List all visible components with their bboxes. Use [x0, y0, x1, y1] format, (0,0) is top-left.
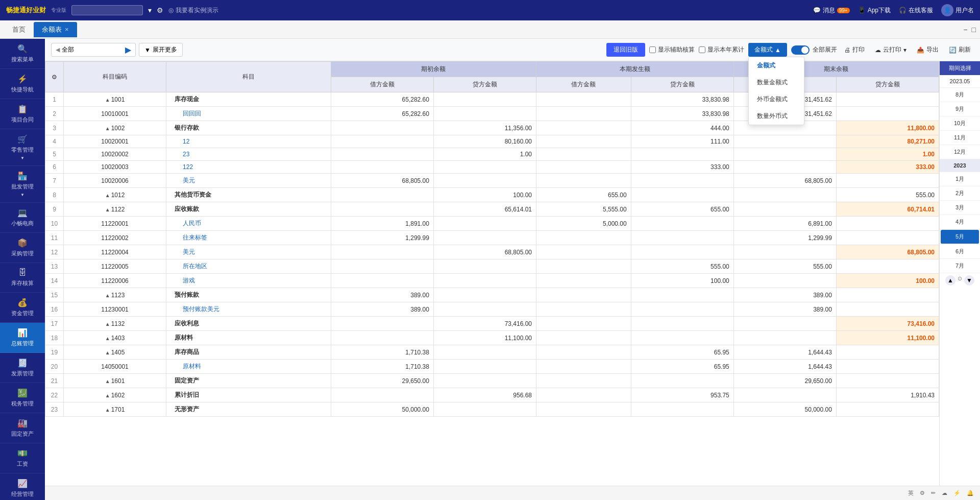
cell-account-name[interactable]: 23: [166, 148, 331, 161]
sidebar-item-accounting[interactable]: 📊 总账管理: [0, 323, 45, 353]
period-item[interactable]: 6月: [940, 245, 980, 259]
message-btn[interactable]: 💬 消息 99+: [813, 6, 850, 15]
period-item[interactable]: 9月: [940, 102, 980, 116]
cell-open-credit: 65,614.01: [433, 202, 536, 217]
period-item[interactable]: 11月: [940, 131, 980, 145]
refresh-btn[interactable]: 🔄 刷新: [946, 43, 974, 56]
period-item[interactable]: 2月: [940, 186, 980, 201]
account-name-link[interactable]: 游戏: [170, 277, 195, 284]
account-name-link[interactable]: 所在地区: [170, 263, 207, 270]
sidebar-item-search[interactable]: 🔍 搜索菜单: [0, 39, 45, 69]
tab-minimize-btn[interactable]: −: [963, 26, 967, 34]
back-old-version-btn[interactable]: 退回旧版: [606, 43, 645, 57]
cell-account-name[interactable]: 人民币: [166, 217, 331, 231]
status-lang-icon[interactable]: 英: [908, 489, 914, 497]
cell-account-name[interactable]: 12: [166, 135, 331, 148]
tab-close-icon[interactable]: ×: [65, 26, 69, 33]
period-nav: ▲ ⊙ ▼: [940, 273, 980, 288]
dropdown-item-qty-amount[interactable]: 数量金额式: [749, 74, 804, 91]
th-settings[interactable]: ⚙: [45, 62, 64, 92]
tab-bar: 首页 余额表 × − □: [0, 20, 980, 39]
sidebar-item-ecommerce[interactable]: 💻 小畅电商: [0, 203, 45, 233]
period-item[interactable]: 1月: [940, 172, 980, 186]
online-service-btn[interactable]: 🎧 在线客服: [899, 6, 933, 15]
period-item[interactable]: 10月: [940, 116, 980, 131]
tab-maximize-btn[interactable]: □: [972, 26, 976, 34]
cell-account-name[interactable]: 游戏: [166, 274, 331, 288]
search-box[interactable]: ◀ ▶: [51, 43, 136, 57]
settings-icon[interactable]: ⚙: [157, 6, 163, 14]
sidebar-item-operations[interactable]: 📈 经营管理: [0, 473, 45, 500]
dropdown-item-amount[interactable]: 金额式: [749, 57, 804, 74]
tab-home[interactable]: 首页: [4, 22, 34, 37]
period-item[interactable]: 12月: [940, 145, 980, 159]
demo-link[interactable]: ◎ 我要看实例演示: [168, 6, 218, 15]
sidebar-item-capital[interactable]: 💰 资金管理: [0, 293, 45, 323]
account-name-link[interactable]: 预付账款美元: [170, 305, 219, 313]
sidebar-item-fixed-assets[interactable]: 🏭 固定资产: [0, 413, 45, 443]
print-btn[interactable]: 🖨 打印: [841, 43, 868, 56]
period-item[interactable]: 5月: [941, 230, 979, 244]
cell-account-name[interactable]: 原材料: [166, 360, 331, 374]
app-download-btn[interactable]: 📱 App下载: [858, 6, 891, 15]
account-name-link[interactable]: 往来标签: [170, 234, 207, 241]
cell-close-credit: [836, 107, 939, 121]
period-item[interactable]: 8月: [940, 88, 980, 102]
dropdown-item-qty-foreign[interactable]: 数量外币式: [749, 108, 804, 125]
sidebar-item-purchase[interactable]: 📦 采购管理: [0, 233, 45, 263]
cell-account-name[interactable]: 往来标签: [166, 231, 331, 245]
dropdown-arrow-icon[interactable]: ▾: [148, 6, 152, 14]
status-edit-icon[interactable]: ✏: [931, 490, 936, 496]
period-item[interactable]: 2023.05: [940, 75, 980, 88]
tab-balance[interactable]: 余额表 ×: [34, 22, 77, 37]
cell-account-name[interactable]: 122: [166, 161, 331, 174]
expand-all-toggle[interactable]: 全部展开: [791, 45, 837, 55]
cloud-print-btn[interactable]: ☁ 云打印 ▾: [872, 43, 910, 56]
account-name-link[interactable]: 回回回: [170, 110, 201, 117]
cell-account-name[interactable]: 美元: [166, 174, 331, 188]
dropdown-item-foreign-amount[interactable]: 外币金额式: [749, 91, 804, 108]
sidebar-item-quicknav[interactable]: ⚡ 快捷导航: [0, 69, 45, 99]
amount-mode-btn[interactable]: 金额式 ▲: [748, 43, 787, 57]
period-item[interactable]: 4月: [940, 215, 980, 229]
account-name-link[interactable]: 美元: [170, 177, 195, 184]
show-annual-checkbox[interactable]: 显示本年累计: [699, 45, 744, 54]
cell-account-name[interactable]: 所在地区: [166, 259, 331, 274]
search-input[interactable]: [62, 46, 123, 54]
sidebar-item-inventory[interactable]: 🗄 库存核算: [0, 263, 45, 293]
title-input[interactable]: [71, 5, 143, 15]
account-name-link[interactable]: 23: [170, 151, 189, 158]
sidebar-item-tax[interactable]: 💹 税务管理: [0, 383, 45, 413]
account-name-link[interactable]: 原材料: [170, 363, 201, 370]
cell-account-name[interactable]: 回回回: [166, 107, 331, 121]
show-auxiliary-checkbox[interactable]: 显示辅助核算: [649, 45, 695, 54]
account-name-link[interactable]: 美元: [170, 248, 195, 255]
period-item[interactable]: 7月: [940, 259, 980, 273]
status-lightning-icon[interactable]: ⚡: [953, 490, 961, 496]
status-bell-icon[interactable]: 🔔: [967, 490, 974, 496]
period-expand-icon[interactable]: ⊙: [958, 275, 962, 285]
period-nav-up-btn[interactable]: ▲: [945, 275, 955, 285]
dropdown-chevron-icon: ▲: [775, 46, 781, 54]
user-avatar[interactable]: 👤 用户名: [941, 4, 974, 16]
status-cloud-icon[interactable]: ☁: [942, 490, 947, 496]
period-nav-down-btn[interactable]: ▼: [964, 275, 974, 285]
expand-more-btn[interactable]: ▼ 展开更多: [139, 43, 183, 57]
cell-account-name[interactable]: 预付账款美元: [166, 302, 331, 317]
account-name-link[interactable]: 12: [170, 138, 189, 145]
search-right-icon[interactable]: ▶: [125, 45, 131, 55]
toggle-switch-control[interactable]: [791, 45, 810, 55]
sidebar-item-retail[interactable]: 🛒 零售管理 ▼: [0, 129, 45, 166]
sidebar-item-wholesale[interactable]: 🏪 批发管理 ▼: [0, 166, 45, 203]
sidebar-item-invoice[interactable]: 🧾 发票管理: [0, 353, 45, 383]
export-btn[interactable]: 📤 导出: [914, 43, 942, 56]
account-name-link[interactable]: 122: [170, 163, 193, 171]
status-settings-icon[interactable]: ⚙: [920, 490, 925, 496]
cell-open-debit: 1,710.38: [331, 345, 433, 360]
period-item[interactable]: 3月: [940, 201, 980, 215]
sidebar-item-payroll[interactable]: 💵 工资: [0, 443, 45, 473]
account-name-link[interactable]: 人民币: [170, 220, 201, 227]
cell-account-name[interactable]: 美元: [166, 245, 331, 259]
period-item[interactable]: 2023: [940, 159, 980, 172]
sidebar-item-project[interactable]: 📋 项目合同: [0, 99, 45, 129]
